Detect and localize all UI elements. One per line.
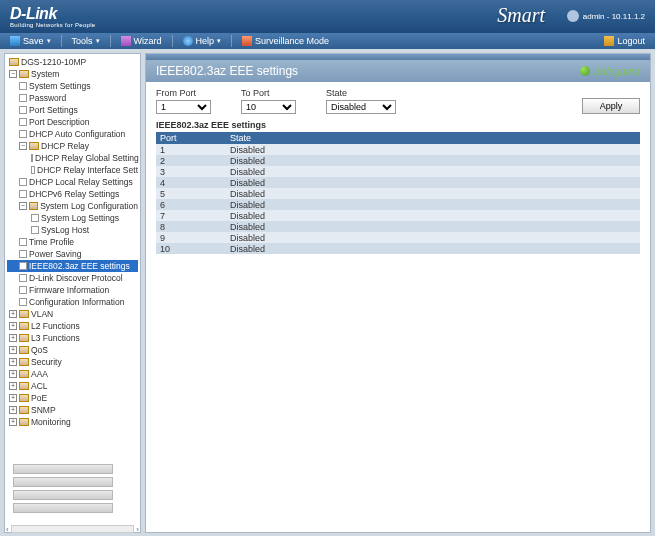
tree-dhcp-relay-interface[interactable]: DHCP Relay Interface Sett	[7, 164, 138, 176]
tree-security[interactable]: +Security	[7, 356, 138, 368]
cell-port: 9	[156, 232, 226, 243]
panel-body: From Port 1 To Port 10 State Disabled Ap…	[146, 82, 650, 260]
state-select[interactable]: Disabled	[326, 100, 396, 114]
from-port-label: From Port	[156, 88, 211, 98]
help-icon	[183, 36, 193, 46]
tree-dhcp-relay[interactable]: −DHCP Relay	[7, 140, 138, 152]
brand-name: D-Link	[10, 5, 95, 23]
tools-menu[interactable]: Tools ▾	[68, 36, 104, 46]
to-port-label: To Port	[241, 88, 296, 98]
cell-state: Disabled	[226, 232, 640, 243]
tree-poe[interactable]: +PoE	[7, 392, 138, 404]
expand-icon[interactable]: +	[9, 358, 17, 366]
wizard-button[interactable]: Wizard	[117, 36, 166, 46]
expand-icon[interactable]: +	[9, 370, 17, 378]
collapse-icon[interactable]: −	[19, 142, 27, 150]
folder-icon	[19, 382, 29, 390]
tree-time-profile[interactable]: Time Profile	[7, 236, 138, 248]
expand-icon[interactable]: +	[9, 346, 17, 354]
folder-icon	[19, 418, 29, 426]
tree-dhcpv6[interactable]: DHCPv6 Relay Settings	[7, 188, 138, 200]
tree-dhcp-auto[interactable]: DHCP Auto Configuration	[7, 128, 138, 140]
tree-l2[interactable]: +L2 Functions	[7, 320, 138, 332]
tree-root[interactable]: DGS-1210-10MP	[7, 56, 138, 68]
cell-port: 4	[156, 177, 226, 188]
tools-label: Tools	[72, 36, 93, 46]
tree-dhcp-relay-global[interactable]: DHCP Relay Global Setting	[7, 152, 138, 164]
collapse-icon[interactable]: −	[19, 202, 27, 210]
save-label: Save	[23, 36, 44, 46]
expand-icon[interactable]: +	[9, 322, 17, 330]
tree-port-description[interactable]: Port Description	[7, 116, 138, 128]
tree-qos[interactable]: +QoS	[7, 344, 138, 356]
surveillance-label: Surveillance Mode	[255, 36, 329, 46]
cell-port: 2	[156, 155, 226, 166]
expand-icon[interactable]: +	[9, 406, 17, 414]
nav-tree: DGS-1210-10MP −System System Settings Pa…	[5, 54, 140, 430]
tree-snmp[interactable]: +SNMP	[7, 404, 138, 416]
cell-state: Disabled	[226, 166, 640, 177]
tree-acl[interactable]: +ACL	[7, 380, 138, 392]
surveillance-button[interactable]: Surveillance Mode	[238, 36, 333, 46]
cell-state: Disabled	[226, 221, 640, 232]
from-port-select[interactable]: 1	[156, 100, 211, 114]
expand-icon[interactable]: +	[9, 418, 17, 426]
separator	[172, 35, 173, 47]
scroll-track[interactable]	[11, 525, 135, 533]
chevron-down-icon: ▾	[217, 37, 221, 45]
save-icon	[10, 36, 20, 46]
folder-icon	[19, 334, 29, 342]
table-row: 7Disabled	[156, 210, 640, 221]
table-row: 3Disabled	[156, 166, 640, 177]
tree-system-settings[interactable]: System Settings	[7, 80, 138, 92]
page-icon	[19, 94, 27, 102]
folder-icon	[29, 202, 39, 210]
separator	[110, 35, 111, 47]
save-menu[interactable]: Save ▾	[6, 36, 55, 46]
expand-icon[interactable]: +	[9, 382, 17, 390]
tree-system[interactable]: −System	[7, 68, 138, 80]
tree-firmware[interactable]: Firmware Information	[7, 284, 138, 296]
tree-dlink-discover[interactable]: D-Link Discover Protocol	[7, 272, 138, 284]
separator	[231, 35, 232, 47]
tree-port-settings[interactable]: Port Settings	[7, 104, 138, 116]
tree-password[interactable]: Password	[7, 92, 138, 104]
table-row: 2Disabled	[156, 155, 640, 166]
tree-monitoring[interactable]: +Monitoring	[7, 416, 138, 428]
tree-dhcp-local[interactable]: DHCP Local Relay Settings	[7, 176, 138, 188]
scroll-left-icon[interactable]: ‹	[6, 525, 9, 534]
page-icon	[19, 238, 27, 246]
help-menu[interactable]: Help ▾	[179, 36, 226, 46]
help-label: Help	[196, 36, 215, 46]
tree-syslog-conf[interactable]: −System Log Configuration	[7, 200, 138, 212]
folder-icon	[19, 358, 29, 366]
tree-vlan[interactable]: +VLAN	[7, 308, 138, 320]
wizard-label: Wizard	[134, 36, 162, 46]
expand-icon[interactable]: +	[9, 310, 17, 318]
tree-power-saving[interactable]: Power Saving	[7, 248, 138, 260]
logout-button[interactable]: Logout	[600, 36, 649, 46]
tree-aaa[interactable]: +AAA	[7, 368, 138, 380]
brand-tagline: Building Networks for People	[10, 22, 95, 28]
safeguard-label: Safeguard	[594, 66, 640, 77]
expand-icon[interactable]: +	[9, 394, 17, 402]
table-row: 4Disabled	[156, 177, 640, 188]
tree-l3[interactable]: +L3 Functions	[7, 332, 138, 344]
table-row: 10Disabled	[156, 243, 640, 254]
device-illustration	[13, 464, 113, 524]
apply-button[interactable]: Apply	[582, 98, 640, 114]
page-icon	[19, 262, 27, 270]
tree-eee-settings[interactable]: IEEE802.3az EEE settings	[7, 260, 138, 272]
tree-syslog-host[interactable]: SysLog Host	[7, 224, 138, 236]
tree-config-info[interactable]: Configuration Information	[7, 296, 138, 308]
sidebar-h-scroll[interactable]: ‹ ›	[6, 524, 139, 534]
collapse-icon[interactable]: −	[9, 70, 17, 78]
content-panel: IEEE802.3az EEE settings Safeguard From …	[145, 53, 651, 533]
page-icon	[19, 190, 27, 198]
scroll-right-icon[interactable]: ›	[136, 525, 139, 534]
expand-icon[interactable]: +	[9, 334, 17, 342]
to-port-select[interactable]: 10	[241, 100, 296, 114]
tree-syslog-settings[interactable]: System Log Settings	[7, 212, 138, 224]
cell-state: Disabled	[226, 243, 640, 254]
table-row: 6Disabled	[156, 199, 640, 210]
